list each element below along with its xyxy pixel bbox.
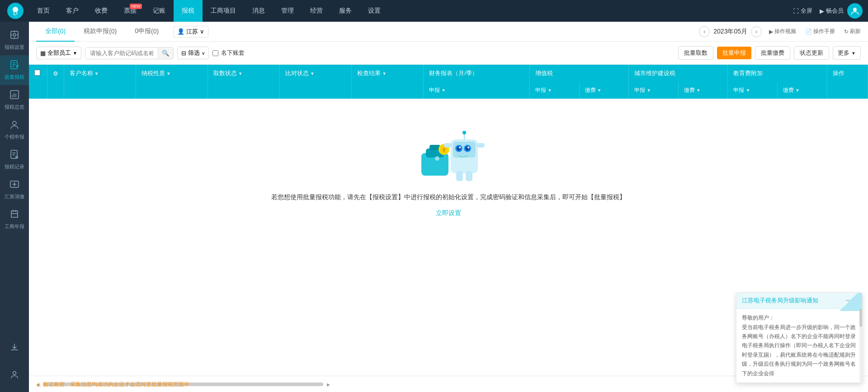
sidebar-item-personal-tax[interactable]: 个税申报 (0, 115, 29, 145)
search-input[interactable] (85, 48, 158, 59)
logo-icon (7, 3, 24, 19)
sidebar-download[interactable] (0, 334, 29, 361)
th-vat: 增值税 (530, 65, 629, 82)
notification-scroll-thumb (859, 309, 862, 327)
svg-point-8 (13, 372, 16, 375)
download-icon (10, 343, 19, 353)
top-right-actions: ⛶ 全屏 ▶ 畅会员 (793, 3, 863, 19)
user-avatar[interactable] (847, 3, 863, 19)
app-logo[interactable] (4, 0, 27, 22)
edu-declare-filter[interactable]: ▼ (745, 88, 750, 93)
nav-business[interactable]: 工商项目 (203, 0, 244, 22)
user-icon (10, 370, 19, 380)
nav-invoice[interactable]: 票据 NEW (116, 0, 145, 22)
nav-tax[interactable]: 报税 (174, 0, 203, 22)
nav-home[interactable]: 首页 (29, 0, 58, 22)
svg-rect-4 (10, 91, 19, 99)
city-declare-filter[interactable]: ▼ (646, 88, 651, 93)
batch-fetch-button[interactable]: 批量取数 (678, 46, 713, 60)
filter-button[interactable]: ⊟ 筛选 ∨ (177, 47, 209, 59)
nav-settings[interactable]: 设置 (360, 0, 389, 22)
more-button[interactable]: 更多 ▼ (833, 46, 861, 60)
sidebar-user[interactable] (0, 361, 29, 388)
region-dropdown[interactable]: 👤 江苏 ∨ (173, 26, 208, 38)
fetch-filter-icon[interactable]: ▼ (238, 71, 243, 76)
employee-select[interactable]: ▦ 全部员工 ▼ (36, 47, 81, 59)
th-city-tax: 城市维护建设税 (629, 65, 728, 82)
nav-customer[interactable]: 客户 (58, 0, 87, 22)
compare-filter-icon[interactable]: ▼ (310, 71, 315, 76)
scroll-right-arrow[interactable]: ▸ (327, 381, 330, 388)
th-sub-city-pay: 缴费▼ (678, 82, 728, 99)
edu-pay-filter[interactable]: ▼ (795, 88, 800, 93)
filter-icon: ⊟ (181, 50, 186, 57)
tax-nature-filter-icon[interactable]: ▼ (166, 71, 171, 76)
table-icon: ▦ (40, 50, 46, 57)
vat-declare-filter[interactable]: ▼ (547, 88, 552, 93)
setup-link[interactable]: 立即设置 (436, 209, 461, 217)
batch-tax-icon (9, 60, 19, 72)
svg-point-29 (462, 131, 466, 134)
next-month-button[interactable]: › (751, 26, 762, 37)
nav-manage[interactable]: 管理 (273, 0, 302, 22)
prev-month-button[interactable]: ‹ (699, 26, 710, 37)
tab-tax-declare[interactable]: 税款申报(0) (75, 22, 126, 42)
member-button[interactable]: ▶ 畅会员 (820, 7, 844, 15)
tab-all[interactable]: 全部(0) (36, 22, 75, 42)
status-update-button[interactable]: 状态更新 (794, 46, 829, 60)
fullscreen-button[interactable]: ⛶ 全屏 (793, 7, 812, 15)
notification-minimize[interactable]: − (845, 296, 849, 305)
nav-message[interactable]: 消息 (244, 0, 273, 22)
notification-close-button[interactable]: × (853, 296, 857, 305)
th-sub-operation (827, 82, 868, 99)
client-filter-icon[interactable]: ▼ (94, 71, 99, 76)
th-sub-edu-declare: 申报▼ (728, 82, 778, 99)
th-sub-finance-declare: 申报▼ (424, 82, 530, 99)
select-all-checkbox[interactable] (34, 70, 40, 76)
sidebar-item-tax-records[interactable]: 报税记录 (0, 145, 29, 175)
personal-tax-icon (9, 120, 19, 132)
finance-declare-filter[interactable]: ▼ (441, 88, 446, 93)
sidebar-bottom (0, 334, 29, 392)
nav-billing[interactable]: 收费 (87, 0, 116, 22)
chevron-down-icon: ∨ (200, 28, 204, 35)
th-client-name: 客户名称▼ (64, 65, 136, 82)
sidebar-item-batch-tax[interactable]: 批量报税 (0, 55, 29, 85)
under-account-checkbox-label[interactable]: 名下账套 (212, 49, 245, 57)
config-icon[interactable]: ⚙ (53, 70, 58, 77)
sidebar-item-settlement[interactable]: 汇算清缴 (0, 175, 29, 205)
refresh-icon: ↻ (844, 29, 849, 35)
refresh-button[interactable]: ↻ 刷新 (844, 28, 861, 35)
under-account-checkbox[interactable] (212, 50, 218, 56)
nav-operation[interactable]: 经营 (302, 0, 331, 22)
search-button[interactable]: 🔍 (158, 48, 173, 59)
toolbar-right: 批量取数 批量申报 批量缴费 状态更新 更多 ▼ (678, 46, 861, 60)
top-navigation: 首页 客户 收费 票据 NEW 记账 报税 工商项目 消息 管理 经营 服务 设… (0, 0, 868, 22)
batch-declare-button[interactable]: 批量申报 (717, 47, 751, 59)
th-sub-empty6 (279, 82, 351, 99)
nav-service[interactable]: 服务 (331, 0, 360, 22)
tab-zero-declare[interactable]: 0申报(0) (126, 22, 168, 42)
sidebar-item-tax-overview[interactable]: 报税总览 (0, 85, 29, 115)
vat-pay-filter[interactable]: ▼ (597, 88, 602, 93)
sidebar-item-annual-report[interactable]: 工商年报 (0, 205, 29, 234)
video-tutorial-button[interactable]: ▶ 操作视频 (769, 28, 796, 35)
check-filter-icon[interactable]: ▼ (382, 71, 387, 76)
manual-button[interactable]: 📄 操作手册 (805, 28, 835, 35)
robot-illustration: ¥ (412, 126, 485, 185)
nav-accounting[interactable]: 记账 (145, 0, 174, 22)
city-pay-filter[interactable]: ▼ (696, 88, 701, 93)
sidebar-item-tax-settings[interactable]: 报税设置 (0, 25, 29, 55)
tabs-actions: ▶ 操作视频 📄 操作手册 ↻ 刷新 (769, 28, 861, 35)
svg-point-15 (435, 156, 439, 161)
svg-rect-27 (466, 171, 472, 181)
warning-icon: ⚠ (36, 382, 41, 388)
th-fetch-status: 取数状态▼ (208, 65, 279, 82)
th-edu-tax: 教育费附加 (728, 65, 827, 82)
tax-settings-icon (9, 30, 19, 42)
batch-pay-button[interactable]: 批量缴费 (755, 46, 790, 60)
svg-point-2 (13, 33, 16, 36)
th-sub-empty1 (29, 82, 47, 99)
nav-items: 首页 客户 收费 票据 NEW 记账 报税 工商项目 消息 管理 经营 服务 设… (29, 0, 793, 22)
notification-scrollbar[interactable] (859, 309, 862, 382)
